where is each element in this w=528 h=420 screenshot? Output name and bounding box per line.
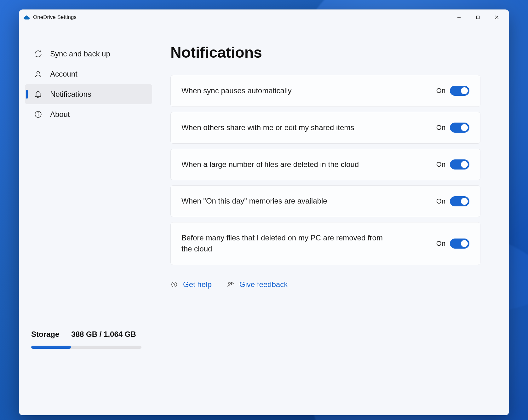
setting-sync-pause: When sync pauses automatically On [170,75,480,107]
page-title: Notifications [170,44,480,61]
sidebar-item-label: Sync and back up [50,49,110,58]
onedrive-cloud-icon [24,14,30,20]
onedrive-settings-window: OneDrive Settings [19,9,509,415]
get-help-link[interactable]: Get help [170,280,212,289]
footer-links: Get help Give feedback [170,280,480,289]
setting-label: When sync pauses automatically [181,85,292,96]
setting-many-deleted-cloud: When a large number of files are deleted… [170,149,480,181]
svg-point-9 [174,286,174,286]
give-feedback-link[interactable]: Give feedback [227,280,288,289]
sidebar-item-label: Notifications [50,90,91,99]
window-title: OneDrive Settings [33,14,77,20]
sidebar-item-account[interactable]: Account [25,64,152,84]
link-label: Give feedback [239,280,288,289]
bell-icon [34,90,43,99]
setting-label: When a large number of files are deleted… [181,159,359,170]
storage-section: Storage 388 GB / 1,064 GB [25,330,152,406]
sidebar: Sync and back up Account Notifications [19,25,158,415]
setting-label: When "On this day" memories are availabl… [181,196,327,207]
setting-before-remove-from-cloud: Before many files that I deleted on my P… [170,222,480,265]
person-icon [34,70,43,78]
feedback-icon [227,281,234,288]
svg-rect-1 [477,16,479,19]
link-label: Get help [183,280,212,289]
toggle-before-remove-from-cloud[interactable] [450,239,469,249]
storage-progress-fill [31,346,71,349]
titlebar[interactable]: OneDrive Settings [19,10,509,25]
toggle-sync-pause[interactable] [450,86,469,96]
maximize-button[interactable] [468,11,487,24]
svg-point-10 [228,282,230,284]
setting-others-share: When others share with me or edit my sha… [170,112,480,144]
sidebar-item-label: Account [50,70,77,78]
svg-point-4 [37,71,40,74]
sidebar-item-notifications[interactable]: Notifications [25,84,152,104]
sidebar-item-sync-and-back-up[interactable]: Sync and back up [25,44,152,64]
toggle-state-text: On [436,160,445,169]
toggle-state-text: On [436,124,445,132]
toggle-others-share[interactable] [450,123,469,133]
toggle-many-deleted-cloud[interactable] [450,159,469,170]
toggle-state-text: On [436,239,445,248]
minimize-button[interactable] [450,11,468,24]
setting-label: When others share with me or edit my sha… [181,122,354,133]
sidebar-item-label: About [50,110,70,119]
main-content: Notifications When sync pauses automatic… [158,25,509,415]
info-icon [34,110,43,119]
help-icon [170,281,178,288]
close-button[interactable] [487,11,506,24]
toggle-state-text: On [436,197,445,205]
storage-progress-bar [31,346,141,349]
toggle-on-this-day[interactable] [450,196,469,206]
sync-icon [34,49,43,58]
setting-on-this-day: When "On this day" memories are availabl… [170,185,480,217]
storage-value: 388 GB / 1,064 GB [71,330,136,339]
storage-label: Storage [31,330,59,339]
setting-label: Before many files that I deleted on my P… [181,233,383,255]
sidebar-item-about[interactable]: About [25,104,152,124]
svg-point-7 [38,112,38,113]
toggle-state-text: On [436,87,445,95]
